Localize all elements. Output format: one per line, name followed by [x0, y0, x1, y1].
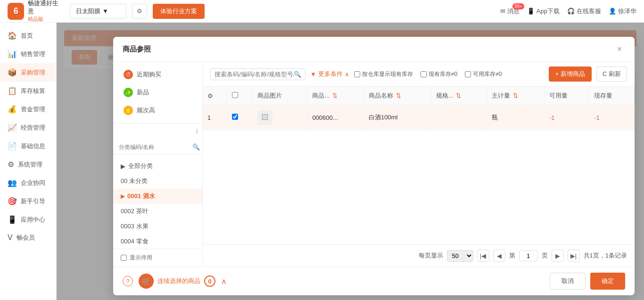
footer-collapse-button[interactable]: ∧: [221, 277, 227, 286]
help-button[interactable]: ?: [123, 276, 133, 286]
page-input[interactable]: [519, 250, 538, 261]
logo-text: 畅捷通好生意: [28, 0, 64, 16]
th-spec[interactable]: 规格... ⇅: [431, 87, 487, 105]
company-dropdown[interactable]: 日太阳膜 ▼: [70, 4, 126, 19]
table-settings-icon[interactable]: ⚙: [207, 92, 213, 100]
messages-btn[interactable]: ✉ 消息 99+: [500, 7, 520, 16]
product-search-input[interactable]: [215, 71, 294, 78]
chevron-down-icon: ▼: [102, 8, 108, 15]
refresh-button[interactable]: C 刷新: [596, 67, 627, 82]
logo-icon: 6: [8, 3, 24, 20]
sidebar-item-sales[interactable]: 📊 销售管理: [0, 45, 56, 63]
sidebar-item-apps[interactable]: 📱 应用中心: [0, 210, 56, 229]
sidebar: 🏠 首页 📊 销售管理 📦 采购管理 📋 库存核算 💰 资金管理 📈 经营管理 …: [0, 23, 57, 300]
sidebar-item-system[interactable]: ⚙ 系统管理: [0, 155, 56, 174]
last-page-btn[interactable]: ▶|: [568, 250, 580, 262]
th-stock[interactable]: 现存量: [589, 87, 635, 105]
th-image[interactable]: 商品图片: [253, 87, 307, 105]
td-unit: 瓶: [487, 105, 545, 130]
th-code[interactable]: 商品... ⇅: [307, 87, 364, 105]
page-label: 第: [509, 251, 515, 260]
checkbox-current-stock[interactable]: 现有库存≠0: [421, 70, 457, 78]
category-00[interactable]: 00 未分类: [113, 174, 202, 189]
category-search-input[interactable]: [119, 144, 190, 150]
new-products-icon: ✨: [124, 88, 133, 97]
category-all[interactable]: ▶ 全部分类: [113, 158, 202, 174]
cancel-button[interactable]: 取消: [550, 273, 586, 290]
select-all-checkbox[interactable]: [232, 92, 238, 98]
show-disabled-checkbox[interactable]: [121, 255, 127, 261]
th-available[interactable]: 可用量: [545, 87, 589, 105]
product-table: ⚙ 商品图片 商品...: [203, 87, 635, 130]
sidebar-item-basic[interactable]: 📄 基础信息: [0, 137, 56, 155]
filter-icon: ▼: [310, 71, 316, 78]
td-stock: -1: [589, 105, 635, 130]
prev-page-btn[interactable]: ◀: [493, 250, 505, 262]
online-service-btn[interactable]: 🎧 在线客服: [567, 7, 601, 16]
dialog-title: 商品参照: [123, 45, 151, 54]
cart-icon[interactable]: 🛒: [139, 274, 154, 289]
settings-icon[interactable]: ⚙: [132, 4, 147, 19]
cart-area: 🛒 连续选择的商品 0: [139, 274, 215, 289]
filter-more-button[interactable]: ▼ 更多条件 ∧: [310, 70, 349, 78]
show-disabled-area: 显示停用: [113, 249, 202, 267]
td-checkbox[interactable]: [227, 105, 253, 130]
app-download-btn[interactable]: 📱 App下载: [527, 7, 560, 16]
new-products-item[interactable]: ✨ 新品: [119, 84, 197, 100]
nav-right: ✉ 消息 99+ 📱 App下载 🎧 在线客服 👤 徐泽华: [500, 7, 636, 16]
category-search-icon[interactable]: 🔍: [192, 143, 200, 150]
dialog-close-button[interactable]: ×: [614, 43, 625, 55]
first-page-btn[interactable]: |◀: [477, 250, 489, 262]
sidebar-item-vip[interactable]: V 畅会员: [0, 229, 56, 247]
sort-name-icon: ⇅: [396, 92, 401, 99]
th-gear[interactable]: ⚙: [203, 87, 227, 105]
add-product-button[interactable]: + 新增商品: [549, 67, 592, 82]
recent-purchase-item[interactable]: ⏱ 近期购买: [119, 67, 197, 83]
trial-button[interactable]: 体验行业方案: [153, 4, 205, 19]
category-0002[interactable]: 0002 茶叶: [113, 204, 202, 219]
per-page-select[interactable]: 50 100 200: [447, 250, 473, 262]
toolbar-row: 🔍 ▼ 更多条件 ∧ 按仓库显示现有库存: [203, 62, 635, 87]
checkbox-available-stock[interactable]: 可用库存≠0: [465, 70, 502, 78]
th-name[interactable]: 商品名称 ⇅: [364, 87, 431, 105]
sidebar-item-business[interactable]: 📈 经营管理: [0, 118, 56, 137]
frequent-item[interactable]: ⭐ 频次高: [119, 102, 197, 118]
checkbox-warehouse-stock[interactable]: 按仓库显示现有库存: [354, 70, 413, 78]
message-icon: ✉: [500, 8, 505, 15]
sidebar-item-home[interactable]: 🏠 首页: [0, 26, 56, 45]
collapse-icon: 《: [192, 127, 198, 136]
footer-actions: 取消 确定: [550, 273, 625, 290]
guide-icon: 🎯: [8, 197, 17, 206]
td-available: -1: [545, 105, 589, 130]
sidebar-item-guide[interactable]: 🎯 新手引导: [0, 192, 56, 210]
inventory-icon: 📋: [8, 86, 17, 95]
category-0003[interactable]: 0003 水果: [113, 219, 202, 234]
row-checkbox[interactable]: [232, 114, 238, 120]
confirm-button[interactable]: 确定: [590, 273, 625, 290]
table-row[interactable]: 1 🖼 000600... 白酒100ml: [203, 105, 635, 130]
user-avatar[interactable]: 👤 徐泽华: [609, 7, 636, 16]
th-unit[interactable]: 主计量 ⇅: [487, 87, 545, 105]
right-panel: 🔍 ▼ 更多条件 ∧ 按仓库显示现有库存: [203, 62, 635, 267]
category-0004[interactable]: 0004 零食: [113, 234, 202, 249]
td-image: 🖼: [253, 105, 307, 130]
expand-all-icon: ▶: [121, 163, 125, 170]
td-name: 白酒100ml: [364, 105, 431, 130]
search-icon[interactable]: 🔍: [294, 71, 301, 78]
cart-label: 连续选择的商品: [157, 277, 200, 285]
messages-badge: 99+: [512, 3, 524, 9]
category-0001[interactable]: ▶ 0001 酒水: [113, 189, 202, 204]
recent-purchase-icon: ⏱: [124, 70, 133, 79]
system-icon: ⚙: [8, 160, 14, 169]
apps-icon: 📱: [8, 215, 17, 224]
collab-icon: 👥: [8, 178, 17, 187]
sidebar-item-finance[interactable]: 💰 资金管理: [0, 100, 56, 118]
cart-count-badge: 0: [204, 275, 215, 287]
th-checkbox[interactable]: [227, 87, 253, 105]
user-icon: 👤: [609, 8, 616, 15]
sidebar-item-collab[interactable]: 👥 企业协同: [0, 174, 56, 192]
collapse-button[interactable]: 《: [117, 127, 198, 136]
sidebar-item-purchase[interactable]: 📦 采购管理: [0, 63, 56, 82]
sidebar-item-inventory[interactable]: 📋 库存核算: [0, 82, 56, 100]
next-page-btn[interactable]: ▶: [552, 250, 564, 262]
